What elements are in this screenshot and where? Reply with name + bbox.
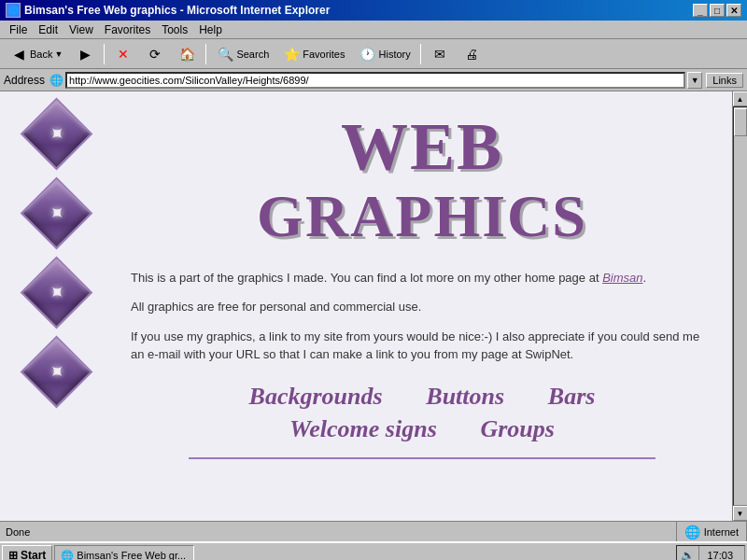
scrollbar-vertical[interactable]: ▲ ▼ xyxy=(732,91,747,521)
bimsan-link[interactable]: Bimsan xyxy=(602,271,642,285)
diamond-2: ✦ xyxy=(23,180,89,245)
address-dropdown[interactable]: ▼ xyxy=(687,72,702,89)
favorites-button[interactable]: ⭐ Favorites xyxy=(276,42,350,66)
window-title: Bimsan's Free Web graphics - Microsoft I… xyxy=(24,4,330,17)
home-icon: 🏠 xyxy=(177,45,196,63)
address-input[interactable]: http://www.geocities.com/SiliconValley/H… xyxy=(65,72,685,89)
description-2: All graphics are free for personal and c… xyxy=(131,298,713,316)
clock: 17:03 xyxy=(698,546,740,560)
refresh-button[interactable]: ⟳ xyxy=(140,42,170,66)
diamond-4: ✦ xyxy=(23,339,89,404)
search-icon: 🔍 xyxy=(216,45,234,63)
taskbar-window-ie[interactable]: 🌐 Bimsan's Free Web gr... xyxy=(54,545,194,560)
nav-links: Backgrounds Buttons Bars Welcome signs G… xyxy=(131,383,713,443)
maximize-button[interactable]: □ xyxy=(710,4,725,17)
scroll-down-button[interactable]: ▼ xyxy=(733,506,748,521)
diamond-1: ✦ xyxy=(23,101,89,166)
internet-icon: 🌐 xyxy=(684,525,700,539)
content-wrapper: ✦ ✦ ✦ ✦ WEB GRAPHIC xyxy=(0,91,747,521)
nav-groups[interactable]: Groups xyxy=(480,415,554,442)
description-1: This is a part of the graphics I made. Y… xyxy=(131,269,713,287)
description-3: If you use my graphics, a link to my sit… xyxy=(131,328,713,364)
star-icon-2: ✦ xyxy=(41,198,70,227)
toolbar-sep-2 xyxy=(205,44,206,64)
print-button[interactable]: 🖨 xyxy=(457,42,486,66)
page-icon: 🌐 xyxy=(49,73,63,88)
status-internet: 🌐 Internet xyxy=(677,522,747,541)
app-icon: 🌐 xyxy=(6,3,21,18)
star-icon-1: ✦ xyxy=(41,119,70,147)
divider xyxy=(189,457,655,459)
nav-buttons[interactable]: Buttons xyxy=(426,383,504,410)
print-icon: 🖨 xyxy=(462,45,481,63)
start-button[interactable]: ⊞ Start xyxy=(2,545,52,560)
status-done: Done xyxy=(0,522,677,541)
refresh-icon: ⟳ xyxy=(146,45,164,63)
main-area: WEB GRAPHICS This is a part of the graph… xyxy=(112,91,732,521)
mail-icon: ✉ xyxy=(430,45,449,63)
nav-row-2: Welcome signs Groups xyxy=(131,415,713,443)
page-content: ✦ ✦ ✦ ✦ WEB GRAPHIC xyxy=(0,91,732,521)
search-button[interactable]: 🔍 Search xyxy=(210,42,275,66)
sidebar: ✦ ✦ ✦ ✦ xyxy=(0,91,112,521)
title-bar: 🌐 Bimsan's Free Web graphics - Microsoft… xyxy=(0,0,747,21)
stop-icon: ✕ xyxy=(114,45,133,63)
taskbar: ⊞ Start 🌐 Bimsan's Free Web gr... 🔊 17:0… xyxy=(0,541,747,560)
page-title: WEB GRAPHICS xyxy=(131,110,713,250)
start-icon: ⊞ xyxy=(8,549,18,560)
history-button[interactable]: 🕐 History xyxy=(353,42,416,66)
mail-button[interactable]: ✉ xyxy=(425,42,455,66)
stop-button[interactable]: ✕ xyxy=(108,42,138,66)
nav-bars[interactable]: Bars xyxy=(548,383,596,410)
star-icon-4: ✦ xyxy=(41,357,70,385)
menu-edit[interactable]: Edit xyxy=(33,22,63,37)
nav-row-1: Backgrounds Buttons Bars xyxy=(131,383,713,411)
scroll-up-button[interactable]: ▲ xyxy=(733,91,748,106)
history-icon: 🕐 xyxy=(359,45,377,63)
forward-icon: ▶ xyxy=(76,45,94,63)
menu-help[interactable]: Help xyxy=(193,22,228,37)
address-label: Address xyxy=(4,74,45,87)
close-button[interactable]: ✕ xyxy=(726,4,741,17)
ie-icon: 🌐 xyxy=(61,550,74,561)
home-button[interactable]: 🏠 xyxy=(172,42,202,66)
tray-icon: 🔊 xyxy=(681,549,695,560)
forward-button[interactable]: ▶ xyxy=(70,42,100,66)
taskbar-tray: 🔊 17:03 xyxy=(676,545,745,560)
title-bar-buttons: _ □ ✕ xyxy=(693,4,741,17)
address-bar: Address 🌐 http://www.geocities.com/Silic… xyxy=(0,69,747,91)
minimize-button[interactable]: _ xyxy=(693,4,708,17)
back-button[interactable]: ◀ Back ▼ xyxy=(4,42,68,66)
title-line1: WEB xyxy=(131,110,713,184)
favorites-icon: ⭐ xyxy=(282,45,301,63)
nav-welcome-signs[interactable]: Welcome signs xyxy=(289,415,437,442)
links-button[interactable]: Links xyxy=(706,73,743,88)
toolbar-sep-3 xyxy=(420,44,421,64)
toolbar: ◀ Back ▼ ▶ ✕ ⟳ 🏠 🔍 Search ⭐ Favorites 🕐 … xyxy=(0,39,747,69)
diamond-3: ✦ xyxy=(23,259,89,325)
menu-favorites[interactable]: Favorites xyxy=(99,22,156,37)
scroll-track[interactable] xyxy=(733,106,748,506)
back-icon: ◀ xyxy=(9,45,28,63)
status-bar: Done 🌐 Internet xyxy=(0,521,747,541)
scroll-thumb[interactable] xyxy=(734,108,747,136)
nav-backgrounds[interactable]: Backgrounds xyxy=(249,383,383,410)
toolbar-sep-1 xyxy=(104,44,105,64)
title-line2: GRAPHICS xyxy=(131,184,713,249)
menu-view[interactable]: View xyxy=(63,22,99,37)
menu-bar: File Edit View Favorites Tools Help xyxy=(0,21,747,39)
star-icon-3: ✦ xyxy=(41,277,70,306)
menu-tools[interactable]: Tools xyxy=(156,22,193,37)
menu-file[interactable]: File xyxy=(4,22,33,37)
